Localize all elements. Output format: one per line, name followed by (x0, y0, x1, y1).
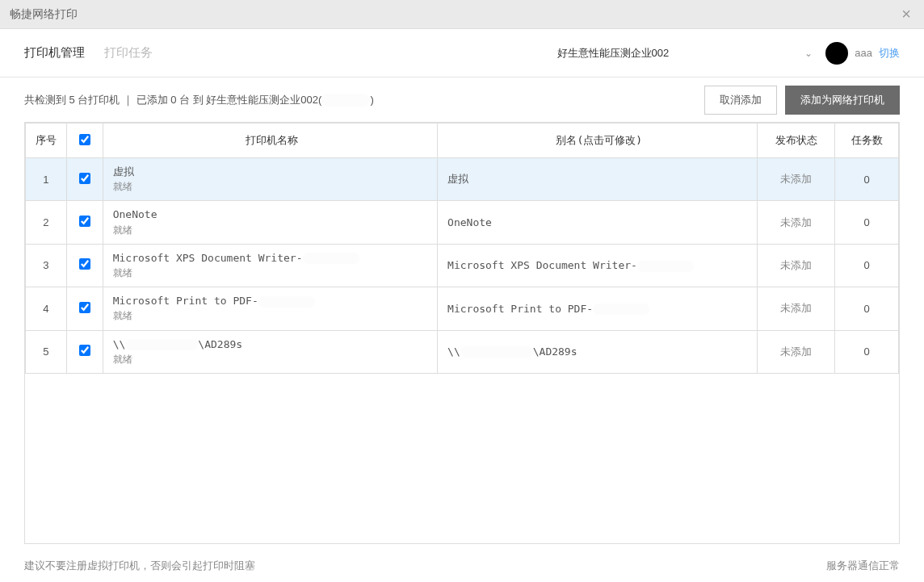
footer-advice: 建议不要注册虚拟打印机，否则会引起打印时阻塞 (24, 559, 255, 573)
task-count: 0 (835, 201, 899, 244)
printer-alias[interactable]: Microsoft XPS Document Writer- (438, 244, 758, 287)
avatar[interactable] (825, 42, 848, 65)
row-index: 1 (26, 158, 67, 201)
printer-name: 虚拟 (113, 165, 134, 178)
publish-status: 未添加 (758, 330, 835, 373)
tab-print-tasks[interactable]: 打印任务 (104, 45, 153, 61)
row-index: 3 (26, 244, 67, 287)
publish-status: 未添加 (758, 201, 835, 244)
task-count: 0 (835, 287, 899, 330)
printer-ready-status: 就绪 (113, 310, 132, 321)
printer-name: Microsoft Print to PDF- (113, 295, 258, 307)
printer-alias[interactable]: Microsoft Print to PDF- (438, 287, 758, 330)
footer: 建议不要注册虚拟打印机，否则会引起打印时阻塞 服务器通信正常 (0, 550, 924, 582)
add-network-printer-button[interactable]: 添加为网络打印机 (785, 86, 900, 115)
table-empty-space (25, 374, 899, 543)
org-name: 好生意性能压测企业002 (557, 46, 670, 61)
printer-ready-status: 就绪 (113, 181, 132, 192)
col-check-header (66, 124, 103, 158)
printer-alias[interactable]: OneNote (438, 201, 758, 244)
chevron-down-icon[interactable]: ⌄ (804, 48, 813, 59)
col-status-header: 发布状态 (758, 124, 835, 158)
row-index: 4 (26, 287, 67, 330)
row-checkbox[interactable] (79, 302, 90, 313)
printer-name: OneNote (113, 208, 158, 220)
row-index: 5 (26, 330, 67, 373)
tab-printer-mgmt[interactable]: 打印机管理 (24, 45, 85, 61)
col-index-header: 序号 (26, 124, 67, 158)
username: aaa (855, 47, 872, 59)
server-status: 服务器通信正常 (826, 559, 900, 573)
close-icon[interactable]: × (898, 5, 914, 23)
table-row[interactable]: 5 \\\AD289s就绪 \\\AD289s 未添加 0 (26, 330, 899, 373)
header-right: 好生意性能压测企业002 ⌄ aaa 切换 (557, 42, 900, 65)
table-row[interactable]: 2 OneNote就绪 OneNote 未添加 0 (26, 201, 899, 244)
row-index: 2 (26, 201, 67, 244)
header: 打印机管理 打印任务 好生意性能压测企业002 ⌄ aaa 切换 (0, 29, 924, 77)
row-checkbox[interactable] (79, 216, 90, 227)
publish-status: 未添加 (758, 158, 835, 201)
printer-name-prefix: \\ (113, 338, 126, 350)
task-count: 0 (835, 330, 899, 373)
table-row[interactable]: 1 虚拟就绪 虚拟 未添加 0 (26, 158, 899, 201)
printer-alias[interactable]: \\\AD289s (438, 330, 758, 373)
toolbar: 共检测到 5 台打印机 ｜ 已添加 0 台 到 好生意性能压测企业002() 取… (0, 77, 924, 122)
printer-ready-status: 就绪 (113, 224, 132, 236)
printer-ready-status: 就绪 (113, 267, 132, 278)
printer-name-suffix: \AD289s (198, 338, 242, 350)
switch-link[interactable]: 切换 (879, 46, 900, 61)
cancel-add-button[interactable]: 取消添加 (704, 86, 777, 115)
publish-status: 未添加 (758, 244, 835, 287)
row-checkbox[interactable] (79, 173, 90, 184)
row-checkbox[interactable] (79, 345, 90, 356)
toolbar-buttons: 取消添加 添加为网络打印机 (704, 86, 900, 115)
select-all-checkbox[interactable] (79, 134, 90, 145)
window-title: 畅捷网络打印 (10, 7, 78, 22)
col-tasks-header: 任务数 (835, 124, 899, 158)
row-checkbox[interactable] (79, 258, 90, 270)
col-alias-header: 别名(点击可修改) (438, 124, 758, 158)
detection-text: 共检测到 5 台打印机 ｜ 已添加 0 台 到 好生意性能压测企业002() (24, 93, 374, 107)
tabs: 打印机管理 打印任务 (24, 45, 153, 61)
col-name-header: 打印机名称 (103, 124, 437, 158)
table-row[interactable]: 4 Microsoft Print to PDF-就绪 Microsoft Pr… (26, 287, 899, 330)
printer-name: Microsoft XPS Document Writer- (113, 252, 303, 264)
titlebar: 畅捷网络打印 × (0, 0, 924, 29)
task-count: 0 (835, 158, 899, 201)
publish-status: 未添加 (758, 287, 835, 330)
printer-alias[interactable]: 虚拟 (438, 158, 758, 201)
table-header-row: 序号 打印机名称 别名(点击可修改) 发布状态 任务数 (26, 124, 899, 158)
printer-ready-status: 就绪 (113, 354, 132, 365)
task-count: 0 (835, 244, 899, 287)
table-row[interactable]: 3 Microsoft XPS Document Writer-就绪 Micro… (26, 244, 899, 287)
printer-table: 序号 打印机名称 别名(点击可修改) 发布状态 任务数 1 虚拟就绪 虚拟 未添… (24, 122, 900, 544)
